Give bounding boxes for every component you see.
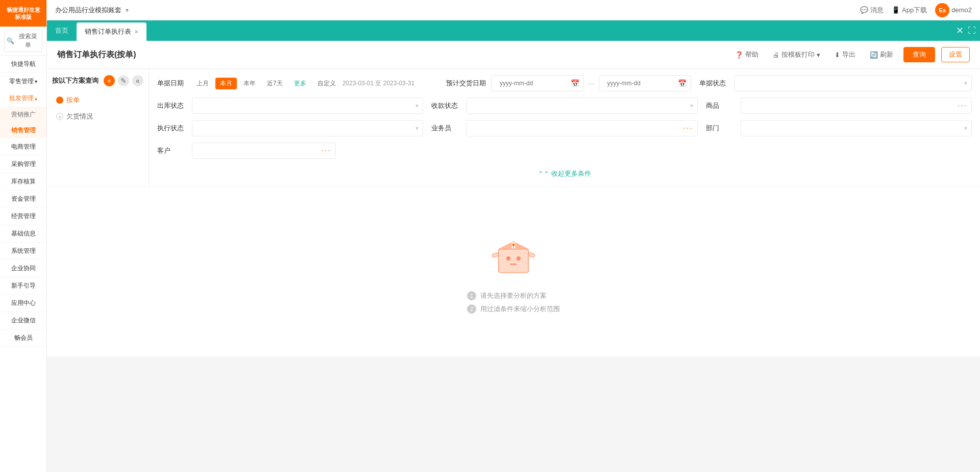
svg-rect-7 [528, 252, 535, 258]
message-icon: 💬 [860, 6, 868, 14]
sidebar-item-retail[interactable]: 零售管理 ▾ [0, 73, 46, 90]
customer-select[interactable]: ··· [192, 143, 336, 159]
tip-item-2: 2 用过滤条件来缩小分析范围 [467, 302, 560, 316]
scheme-item-order[interactable]: 按单 [52, 92, 143, 108]
outbound-status-select[interactable]: ▾ [192, 98, 423, 114]
more-options-icon[interactable]: ··· [958, 101, 967, 110]
calendar-from-icon[interactable]: 📅 [571, 79, 579, 87]
sidebar-item-label: 批发管理 [9, 94, 34, 103]
date-last-month-btn[interactable]: 上月 [192, 78, 213, 89]
dropdown-icon[interactable]: ▾ [126, 7, 129, 14]
download-icon: 📱 [892, 6, 900, 14]
sidebar-item-label: 销售管理 [11, 127, 36, 134]
search-menu-button[interactable]: 🔍 搜索菜单 [4, 30, 42, 52]
scheme-header: 按以下方案查询 + ✎ « [52, 75, 143, 86]
sidebar-item-sales-mgmt[interactable]: 销售管理 [0, 123, 46, 138]
tip-number-2: 2 [467, 304, 476, 314]
export-button[interactable]: ⬇ 导出 [830, 48, 860, 61]
sidebar-search-area: 🔍 搜索菜单 [0, 27, 46, 56]
sidebar-item-operations[interactable]: 经营管理 [0, 208, 46, 225]
chevron-down-icon: ▾ [35, 79, 37, 84]
sidebar-item-newbie[interactable]: 新手引导 [0, 277, 46, 295]
date-this-year-btn[interactable]: 本年 [239, 78, 260, 89]
sidebar-item-quick-nav[interactable]: 快捷导航 [0, 56, 46, 73]
filter-area: 按以下方案查询 + ✎ « 按单 ○ 欠货情况 [47, 69, 980, 186]
sidebar-item-system[interactable]: 系统管理 [0, 243, 46, 260]
date-more-btn[interactable]: 更多 [289, 78, 311, 89]
search-button[interactable]: 查询 [903, 47, 935, 62]
filter-scheme-panel: 按以下方案查询 + ✎ « 按单 ○ 欠货情况 [47, 69, 149, 186]
sidebar-item-ecommerce[interactable]: 电商管理 [0, 138, 46, 156]
more-options-icon[interactable]: ··· [322, 146, 331, 155]
sidebar-item-label: 企业协同 [11, 265, 36, 272]
sidebar-item-wechat[interactable]: 企业微信 [0, 312, 46, 329]
print-button[interactable]: 🖨 按模板打印 ▾ [769, 48, 824, 61]
outbound-status-label: 出库状态 [157, 101, 188, 110]
add-scheme-button[interactable]: + [104, 75, 115, 86]
page-title: 销售订单执行表(按单) [57, 50, 136, 60]
scheme-inactive-dot: ○ [56, 113, 63, 120]
date-from-input[interactable] [496, 75, 569, 91]
tab-sales-execution[interactable]: 销售订单执行表 × [77, 22, 146, 41]
export-label: 导出 [842, 50, 855, 59]
search-icon: 🔍 [7, 37, 14, 44]
department-field: 部门 ▾ [706, 120, 972, 136]
search-menu-label: 搜索菜单 [16, 32, 40, 50]
page-header: 销售订单执行表(按单) ❓ 帮助 🖨 按模板打印 ▾ ⬇ 导出 🔄 刷新 [47, 41, 980, 69]
date-field: 单据日期 上月 本月 本年 近7天 更多 自定义 2023-03-01 至 20… [157, 78, 438, 89]
collapse-scheme-button[interactable]: « [132, 75, 143, 86]
svg-point-1 [506, 256, 510, 261]
refresh-button[interactable]: 🔄 刷新 [866, 48, 897, 61]
edit-scheme-button[interactable]: ✎ [118, 75, 129, 86]
order-status-field: 单据状态 ▾ [699, 75, 972, 91]
date-custom-btn[interactable]: 自定义 [313, 78, 340, 89]
tab-home[interactable]: 首页 [47, 20, 77, 41]
close-window-icon[interactable]: ✕ [956, 25, 964, 36]
user-area[interactable]: Ea demo2 [935, 3, 972, 17]
payment-status-select[interactable]: ▾ [466, 98, 697, 114]
date-last7-btn[interactable]: 近7天 [262, 78, 287, 89]
user-name: demo2 [951, 6, 972, 14]
more-options-icon[interactable]: ··· [683, 124, 693, 133]
tip-item-1: 1 请先选择要分析的方案 [467, 289, 560, 302]
sidebar-item-app-center[interactable]: 应用中心 [0, 295, 46, 312]
settings-button[interactable]: 设置 [941, 47, 970, 62]
date-label: 单据日期 [157, 79, 188, 88]
maximize-icon[interactable]: ⛶ [968, 26, 976, 35]
chevron-down-icon: ▾ [817, 51, 820, 59]
collapse-button[interactable]: ⌃⌃ 收起更多条件 [157, 165, 972, 180]
salesperson-label: 业务员 [431, 124, 462, 133]
app-download-button[interactable]: 📱 App下载 [892, 6, 927, 15]
order-status-select[interactable]: ▾ [734, 75, 972, 91]
sidebar-item-label: 畅会员 [14, 334, 33, 341]
execution-status-select[interactable]: ▾ [192, 120, 423, 136]
sidebar-item-finance[interactable]: 资金管理 [0, 191, 46, 208]
sidebar-item-marketing[interactable]: 营销推广 [0, 107, 46, 123]
filter-row-4: 客户 ··· [157, 143, 972, 159]
scheme-item-shortage[interactable]: ○ 欠货情况 [52, 109, 143, 124]
order-status-label: 单据状态 [699, 79, 730, 88]
sidebar: 畅捷通好生意 标准版 🔍 搜索菜单 快捷导航 零售管理 ▾ 批发管理 ▴ 营销推… [0, 0, 47, 472]
calendar-to-icon[interactable]: 📅 [678, 79, 687, 87]
date-current-month-btn[interactable]: 本月 [215, 78, 237, 89]
help-button[interactable]: ❓ 帮助 [731, 48, 763, 61]
department-select[interactable]: ▾ [741, 120, 972, 136]
outbound-status-field: 出库状态 ▾ [157, 98, 423, 114]
goods-label: 商品 [706, 101, 737, 110]
scheme-item-label: 按单 [66, 96, 80, 105]
tab-close-icon[interactable]: × [134, 28, 138, 36]
goods-select[interactable]: ··· [741, 98, 972, 114]
sidebar-item-wholesale[interactable]: 批发管理 ▴ [0, 90, 46, 107]
salesperson-select[interactable]: ··· [466, 120, 697, 136]
date-to-input[interactable] [603, 75, 676, 91]
sidebar-item-enterprise[interactable]: 企业协同 [0, 260, 46, 277]
header-left: 办公用品行业模拟账套 ▾ [55, 6, 129, 15]
sidebar-item-label: 资金管理 [11, 195, 36, 202]
sidebar-item-member[interactable]: 畅会员 [0, 329, 46, 347]
sidebar-item-purchase[interactable]: 采购管理 [0, 156, 46, 173]
sidebar-item-basic-info[interactable]: 基础信息 [0, 225, 46, 243]
message-button[interactable]: 💬 消息 [860, 6, 884, 15]
sidebar-section-retail: 零售管理 ▾ [0, 73, 46, 90]
sidebar-item-inventory[interactable]: 库存核算 [0, 173, 46, 191]
svg-point-2 [517, 256, 521, 261]
